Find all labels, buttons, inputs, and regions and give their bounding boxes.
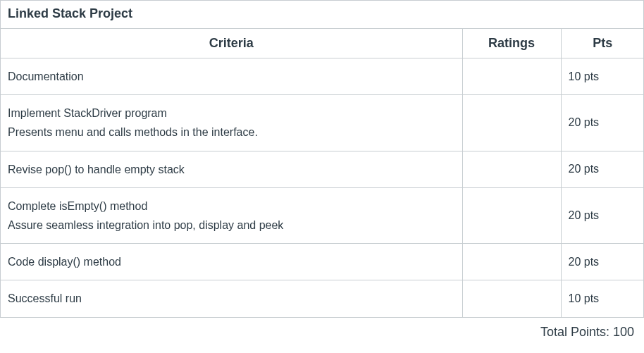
ratings-cell	[462, 280, 561, 317]
criteria-title: Successful run	[8, 290, 455, 306]
header-pts: Pts	[561, 29, 644, 58]
criteria-title: Documentation	[8, 68, 455, 85]
ratings-cell	[462, 95, 561, 151]
total-points: Total Points: 100	[0, 318, 644, 345]
header-ratings: Ratings	[462, 29, 561, 58]
criteria-cell: Documentation	[1, 58, 462, 95]
criteria-cell: Implement StackDriver program Presents m…	[1, 95, 462, 151]
rubric-header-row: Criteria Ratings Pts	[1, 29, 644, 58]
criteria-title: Implement StackDriver program	[8, 105, 455, 121]
criteria-desc: Assure seamless integration into pop, di…	[8, 217, 455, 233]
table-row: Documentation 10 pts	[1, 58, 644, 95]
criteria-desc: Presents menu and calls methods in the i…	[8, 124, 455, 140]
pts-cell: 20 pts	[561, 187, 644, 243]
criteria-cell: Code display() method	[1, 244, 462, 280]
rubric-container: Linked Stack Project Criteria Ratings Pt…	[0, 0, 644, 318]
criteria-cell: Successful run	[1, 280, 462, 317]
table-row: Revise pop() to handle empty stack 20 pt…	[1, 151, 644, 187]
rubric-title: Linked Stack Project	[1, 1, 643, 29]
criteria-title: Code display() method	[8, 254, 455, 270]
table-row: Complete isEmpty() method Assure seamles…	[1, 187, 644, 243]
criteria-cell: Complete isEmpty() method Assure seamles…	[1, 187, 462, 243]
pts-cell: 20 pts	[561, 151, 644, 187]
criteria-cell: Revise pop() to handle empty stack	[1, 151, 462, 187]
pts-cell: 10 pts	[561, 280, 644, 317]
ratings-cell	[462, 244, 561, 280]
pts-cell: 20 pts	[561, 244, 644, 280]
header-criteria: Criteria	[1, 29, 462, 58]
rubric-table: Criteria Ratings Pts Documentation 10 pt…	[1, 29, 644, 318]
ratings-cell	[462, 187, 561, 243]
table-row: Code display() method 20 pts	[1, 244, 644, 280]
table-row: Implement StackDriver program Presents m…	[1, 95, 644, 151]
ratings-cell	[462, 58, 561, 95]
ratings-cell	[462, 151, 561, 187]
pts-cell: 20 pts	[561, 95, 644, 151]
criteria-title: Revise pop() to handle empty stack	[8, 161, 455, 178]
pts-cell: 10 pts	[561, 58, 644, 95]
table-row: Successful run 10 pts	[1, 280, 644, 317]
criteria-title: Complete isEmpty() method	[8, 198, 455, 214]
